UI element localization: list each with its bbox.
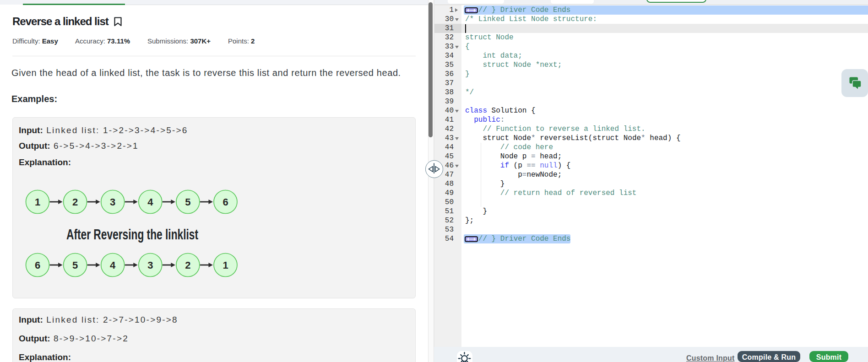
svg-text:After Reversing the linklist: After Reversing the linklist	[66, 226, 198, 243]
svg-text:5: 5	[185, 196, 190, 208]
svg-text:3: 3	[110, 196, 115, 208]
svg-text:5: 5	[72, 259, 78, 271]
svg-text:2: 2	[185, 259, 190, 271]
svg-text:6: 6	[35, 259, 40, 271]
svg-text:6: 6	[222, 196, 228, 208]
svg-text:1: 1	[35, 196, 40, 208]
svg-text:1: 1	[222, 259, 228, 271]
svg-text:3: 3	[147, 259, 153, 271]
svg-text:4: 4	[110, 259, 116, 271]
svg-text:4: 4	[147, 196, 153, 208]
svg-text:2: 2	[72, 196, 78, 208]
